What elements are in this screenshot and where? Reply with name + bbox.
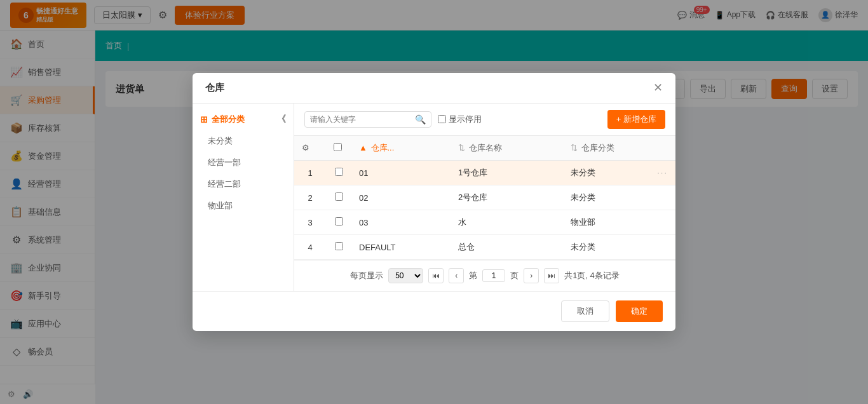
modal-header: 仓库 ✕ xyxy=(193,73,675,104)
col-name-label: 仓库名称 xyxy=(469,143,502,152)
confirm-button[interactable]: 确定 xyxy=(616,300,663,322)
row-action-cell: 2 xyxy=(294,185,326,210)
sort-icon: ▲ xyxy=(359,143,367,152)
row-checkbox-cell xyxy=(326,160,351,185)
modal-category-sidebar: ⊞ 全部分类 《 未分类 经营一部 经营二部 物业部 xyxy=(193,104,294,292)
modal-footer: 取消 确定 xyxy=(193,291,675,331)
modal-toolbar: 🔍 显示停用 + 新增仓库 xyxy=(294,104,675,136)
row-name-cell: 2号仓库 xyxy=(451,185,563,210)
table-row[interactable]: 3 03 水 物业部 xyxy=(294,210,675,235)
search-input[interactable] xyxy=(310,115,415,124)
category-label: 经营一部 xyxy=(208,158,241,167)
select-all-checkbox[interactable] xyxy=(334,143,342,151)
col-code-label: 仓库... xyxy=(371,143,395,152)
row-checkbox[interactable] xyxy=(335,168,343,176)
row-name-cell: 1号仓库 xyxy=(451,160,563,185)
category-item-business2[interactable]: 经营二部 xyxy=(193,173,294,195)
category-label: 未分类 xyxy=(208,136,233,145)
all-categories-label: 全部分类 xyxy=(212,114,245,125)
page-label: 第 xyxy=(469,270,477,281)
collapse-icon[interactable]: 《 xyxy=(277,114,286,125)
grid-icon: ⊞ xyxy=(200,114,208,125)
table-header: ⚙ ▲ 仓库... ⇅ xyxy=(294,136,675,161)
all-categories-header[interactable]: ⊞ 全部分类 《 xyxy=(193,109,294,130)
search-icon: 🔍 xyxy=(415,114,426,125)
row-checkbox[interactable] xyxy=(335,217,343,226)
row-code-cell: 02 xyxy=(351,185,451,210)
warehouse-table: ⚙ ▲ 仓库... ⇅ xyxy=(294,136,675,260)
close-icon[interactable]: ✕ xyxy=(653,82,663,93)
modal-title: 仓库 xyxy=(205,82,224,94)
row-no: 1 xyxy=(308,168,312,178)
page-number-input[interactable] xyxy=(482,269,505,282)
category-label: 物业部 xyxy=(208,201,233,210)
col-category-header: ⇅ 仓库分类 xyxy=(563,136,675,161)
cancel-button[interactable]: 取消 xyxy=(561,300,609,322)
add-warehouse-button[interactable]: + 新增仓库 xyxy=(607,110,665,129)
row-checkbox-cell xyxy=(326,210,351,235)
row-checkbox-cell xyxy=(326,235,351,260)
row-checkbox[interactable] xyxy=(335,242,343,250)
show-disabled-check[interactable] xyxy=(438,115,446,123)
row-category-cell: 未分类 xyxy=(563,235,675,260)
category-item-unclassified[interactable]: 未分类 xyxy=(193,130,294,152)
table-row[interactable]: 4 DEFAULT 总仓 未分类 xyxy=(294,235,675,260)
row-action-cell: 3 xyxy=(294,210,326,235)
show-disabled-label: 显示停用 xyxy=(449,114,482,125)
col-category-label: 仓库分类 xyxy=(581,143,614,152)
row-category-cell: 物业部 xyxy=(563,210,675,235)
col-name-header: ⇅ 仓库名称 xyxy=(451,136,563,161)
sort-icon3: ⇅ xyxy=(571,143,578,152)
col-settings-header: ⚙ xyxy=(294,136,326,161)
page-size-select[interactable]: 50 10 20 100 xyxy=(388,268,423,283)
table-body: 1 01 1号仓库 未分类 ··· xyxy=(294,160,675,260)
page-unit: 页 xyxy=(510,270,519,281)
row-action-cell: 4 xyxy=(294,235,326,260)
warehouse-table-wrap: ⚙ ▲ 仓库... ⇅ xyxy=(294,136,675,260)
last-page-button[interactable]: ⏭ xyxy=(544,268,559,283)
row-action-cell: 1 xyxy=(294,160,326,185)
sort-icon2: ⇅ xyxy=(458,143,465,152)
first-page-button[interactable]: ⏮ xyxy=(428,268,444,283)
settings-col-icon: ⚙ xyxy=(302,143,309,152)
row-code-cell: 01 xyxy=(351,160,451,185)
row-name-cell: 总仓 xyxy=(451,235,563,260)
row-code-cell: DEFAULT xyxy=(351,235,451,260)
next-page-button[interactable]: › xyxy=(524,268,539,283)
prev-page-button[interactable]: ‹ xyxy=(449,268,464,283)
page-size-label: 每页显示 xyxy=(350,270,383,281)
show-disabled-checkbox[interactable]: 显示停用 xyxy=(438,114,482,125)
total-info: 共1页, 4条记录 xyxy=(564,270,620,281)
pagination: 每页显示 50 10 20 100 ⏮ ‹ 第 页 › ⏭ 共1页, 4条记录 xyxy=(294,260,675,291)
row-category-cell: 未分类 xyxy=(563,185,675,210)
table-row[interactable]: 2 02 2号仓库 未分类 xyxy=(294,185,675,210)
search-box: 🔍 xyxy=(304,111,431,128)
category-label: 经营二部 xyxy=(208,179,241,189)
modal-overlay: 仓库 ✕ ⊞ 全部分类 《 未分类 经营一部 经营二部 xyxy=(0,0,868,404)
row-checkbox-cell xyxy=(326,185,351,210)
col-checkbox-header xyxy=(326,136,351,161)
modal-body: ⊞ 全部分类 《 未分类 经营一部 经营二部 物业部 xyxy=(193,104,675,292)
warehouse-modal: 仓库 ✕ ⊞ 全部分类 《 未分类 经营一部 经营二部 xyxy=(193,73,675,332)
row-code-cell: 03 xyxy=(351,210,451,235)
col-code-header[interactable]: ▲ 仓库... xyxy=(351,136,451,161)
modal-main-content: 🔍 显示停用 + 新增仓库 ⚙ xyxy=(294,104,675,292)
row-name-cell: 水 xyxy=(451,210,563,235)
category-item-property[interactable]: 物业部 xyxy=(193,195,294,217)
row-checkbox[interactable] xyxy=(335,192,343,201)
category-item-business1[interactable]: 经营一部 xyxy=(193,152,294,173)
table-row[interactable]: 1 01 1号仓库 未分类 ··· xyxy=(294,160,675,185)
row-category-cell: 未分类 ··· xyxy=(563,161,675,185)
